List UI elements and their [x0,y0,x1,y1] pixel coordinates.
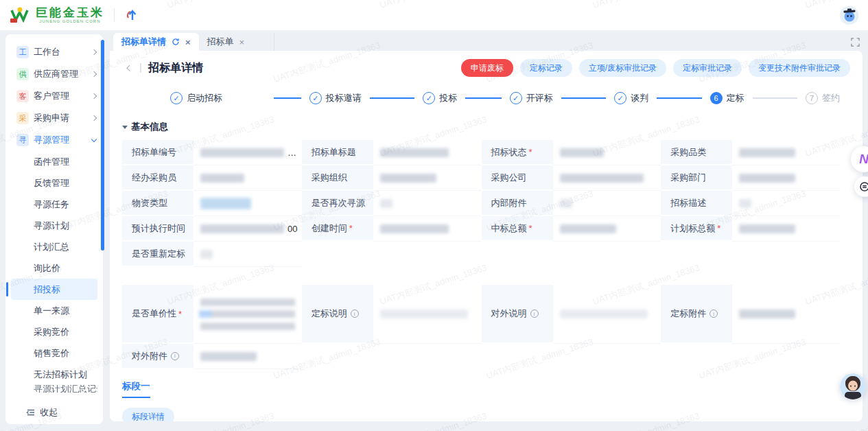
sidebar-item[interactable]: 供 供应商管理 [5,63,103,85]
field-value-cell [193,242,302,267]
sidebar-subitem[interactable]: 计划汇总 [11,236,97,257]
sidebar-subitem[interactable]: 函件管理 [11,151,97,172]
assistant-avatar[interactable] [840,373,866,399]
sidebar-subitem[interactable]: 寻源计划汇总记录 [11,385,97,393]
sidebar-subitem[interactable]: 销售竞价 [11,342,97,364]
sidebar-item[interactable]: 采 采购申请 [5,107,103,129]
tab[interactable]: 招标单详情 × [113,33,199,51]
stepper-connector [370,97,414,99]
field-label: 内部附件 [491,197,527,209]
sidebar-subitem-label: 单一来源 [34,305,69,317]
tab-close-icon[interactable]: × [185,38,191,47]
stepper-step: ✓ 启动招标 [170,92,266,104]
sidebar-subitem[interactable]: 寻源计划 [11,215,97,236]
action-button[interactable]: 定标审批记录 [673,59,742,77]
topbar-divider [114,8,115,22]
sidebar-item-label: 工作台 [34,46,92,58]
action-button[interactable]: 变更技术附件审批记录 [749,59,850,77]
tab-close-icon[interactable]: × [239,38,245,47]
sidebar-subitem-label: 寻源计划 [34,220,69,232]
info-icon [709,310,718,318]
sidebar-collapse-button[interactable]: 收起 [5,401,103,424]
masked-value [200,198,251,209]
masked-value [200,174,244,183]
stepper-connector [274,97,301,99]
masked-value [380,224,449,233]
assistant-mascot-avatar[interactable] [840,6,858,25]
field-label-cell: 对外附件 [122,344,193,369]
stepper-step-label: 开评标 [526,92,553,104]
sidebar-subitem[interactable]: 反馈管理 [11,172,97,194]
sidebar-subitem-label: 反馈管理 [34,177,69,189]
sidebar-subitem[interactable]: 询比价 [11,257,97,279]
back-button[interactable] [122,60,137,75]
masked-value [380,148,449,157]
field-value-cell [373,285,482,344]
field-label-cell: 预计执行时间 [122,216,193,242]
stepper-step-icon: ✓ [309,92,322,104]
field-label: 对外附件 [132,350,167,362]
sidebar-subitem-label: 计划汇总 [34,241,69,253]
sidebar-subitem-label: 寻源计划汇总记录 [34,385,97,393]
required-asterisk: * [717,223,720,233]
sidebar-item[interactable]: 工 工作台 [5,41,103,63]
action-button[interactable]: 立项/废标审批记录 [579,59,666,77]
topbar: 巨能金玉米 JUNENG GOLDEN CORN [0,0,868,30]
fullscreen-icon[interactable] [851,38,860,47]
tabbar: 招标单详情 × 招标单 × [110,30,868,51]
field-label-cell: 对外说明 [482,285,553,344]
lot-detail-button[interactable]: 标段详情 [122,408,174,421]
sidebar-subitem[interactable]: 单一来源 [11,300,97,321]
sidebar-top-items: 工 工作台 供 供应商管理 客 客户管理 采 采购申请 寻 [5,41,103,151]
field-label-cell: 经办采购员 [122,165,193,191]
page-header: 招标单详情 申请废标定标记录立项/废标审批记录定标审批记录变更技术附件审批记录 [122,58,850,78]
required-asterisk: * [529,147,532,157]
collapse-icon [26,408,36,417]
field-label-cell: 是否重新定标 [122,242,193,267]
field-value-cell [373,165,482,191]
field-label: 是否单价性 [132,307,176,320]
masked-value [380,310,468,318]
sidebar-subitem[interactable]: 采购竞价 [11,321,97,342]
sidebar-subitem[interactable]: 无法招标计划 [11,364,97,385]
sidebar-scrollbar[interactable] [101,40,104,251]
sidebar-item[interactable]: 客 客户管理 [5,85,103,107]
action-button[interactable]: 定标记录 [520,59,572,77]
masked-value [560,199,572,208]
sidebar-subitem[interactable]: 招投标 [11,279,97,300]
stepper-connector [561,97,606,99]
field-value-cell [373,140,482,165]
tab[interactable]: 招标单 × [199,33,274,51]
sidebar-item-label: 供应商管理 [34,68,92,80]
field-value-cell [732,140,841,165]
basic-info-header[interactable]: 基本信息 [122,121,850,133]
quick-launch-arrow-icon[interactable] [124,8,139,23]
sidebar-subitem[interactable]: 寻源任务 [11,194,97,215]
stepper-step-icon: 7 [806,92,818,104]
masked-value [739,174,795,183]
lot-tab[interactable]: 标段一 [122,380,150,398]
sidebar-item-icon: 寻 [16,134,29,146]
field-label-cell: 采购公司 [482,165,553,191]
floating-menu-icon [859,181,868,192]
field-label-cell: 招标单编号 [122,140,193,165]
title-divider [140,63,141,73]
masked-value [739,310,795,318]
stepper-step: 7 签约 [744,92,840,104]
masked-value [200,224,284,233]
action-button[interactable]: 申请废标 [461,59,513,77]
masked-value [200,148,284,157]
sidebar-item-label: 采购申请 [34,112,92,124]
masked-value [380,199,392,208]
logo[interactable]: 巨能金玉米 JUNENG GOLDEN CORN [10,5,104,25]
field-value-cell [732,165,841,191]
action-buttons: 申请废标定标记录立项/废标审批记录定标审批记录变更技术附件审批记录 [461,59,850,77]
field-label-cell: 招标单标题 [302,140,373,165]
field-label-cell: 采购部门 [661,165,732,191]
logo-title: 巨能金玉米 [36,7,104,19]
sidebar-item[interactable]: 寻 寻源管理 [5,129,103,151]
collapse-caret-icon [122,126,128,129]
tab-refresh-icon[interactable] [172,38,180,46]
field-value-cell [553,140,661,165]
open-tabs: 招标单详情 × 招标单 × [113,33,274,51]
